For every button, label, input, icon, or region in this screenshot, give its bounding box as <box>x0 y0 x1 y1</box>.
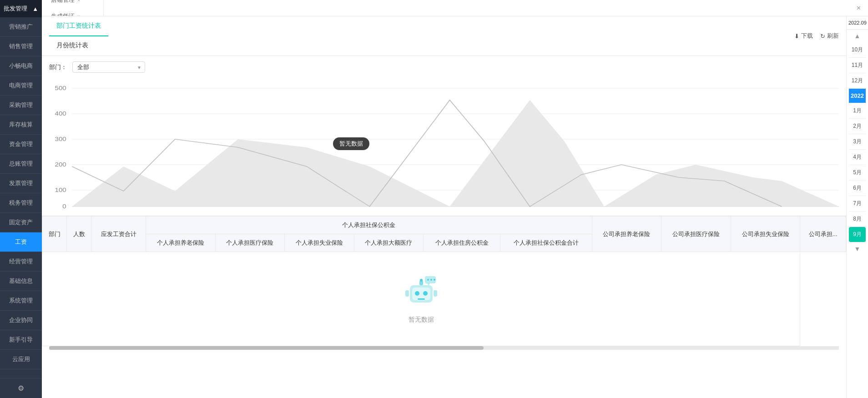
col-company-pension: 公司承担养老保险 <box>592 217 661 252</box>
date-item-10月[interactable]: 10月 <box>849 42 866 58</box>
filter-label: 部门： <box>49 63 67 71</box>
sidebar: 批发管理 ▲ 营销推广销售管理小畅电商电商管理采购管理库存核算资金管理总账管理发… <box>0 0 42 398</box>
date-item-1月[interactable]: 1月 <box>849 103 866 119</box>
svg-rect-21 <box>434 290 437 297</box>
sidebar-nav: 营销推广销售管理小畅电商电商管理采购管理库存核算资金管理总账管理发票管理税务管理… <box>0 17 42 369</box>
refresh-button[interactable]: ↻ 刷新 <box>820 32 839 40</box>
date-panel-nav-down[interactable]: ▼ <box>847 242 868 255</box>
col-personal-medical: 个人承担医疗保险 <box>215 234 285 252</box>
date-item-7月[interactable]: 7月 <box>849 196 866 212</box>
date-item-2022[interactable]: 2022 <box>849 89 866 103</box>
svg-rect-20 <box>405 290 409 297</box>
settings-icon: ⚙ <box>18 384 24 392</box>
sidebar-settings[interactable]: ⚙ <box>0 378 42 398</box>
no-data-label: 暂无数据 <box>409 316 434 324</box>
sidebar-item-工资[interactable]: 工资 <box>0 232 42 252</box>
sidebar-item-基础信息[interactable]: 基础信息 <box>0 272 42 291</box>
col-company-other: 公司承担... <box>800 217 846 252</box>
sidebar-item-系统管理[interactable]: 系统管理 <box>0 291 42 311</box>
tab-店铺管理[interactable]: 店铺管理× <box>45 0 104 8</box>
date-item-12月[interactable]: 12月 <box>849 73 866 89</box>
department-select[interactable]: 全部 <box>72 61 145 73</box>
svg-point-26 <box>434 279 435 281</box>
tab-list: 首页门店商品目录×销售单×店铺管理×生成凭证×应收应付调整单×工资表×工资统计报… <box>45 0 104 16</box>
sidebar-header[interactable]: 批发管理 ▲ <box>0 0 42 17</box>
svg-rect-14 <box>412 287 430 300</box>
sub-tab-月份统计表[interactable]: 月份统计表 <box>49 36 108 56</box>
svg-rect-17 <box>418 298 425 300</box>
col-headcount: 人数 <box>67 217 91 252</box>
sidebar-item-新手引导[interactable]: 新手引导 <box>0 330 42 350</box>
date-panel-nav-up[interactable]: ▲ <box>847 30 868 42</box>
sidebar-item-资金管理[interactable]: 资金管理 <box>0 135 42 154</box>
col-personal-total: 个人承担社保公积金合计 <box>500 234 592 252</box>
page-body: 部门工资统计表月份统计表 ⬇ 下载 ↻ 刷新 部门： 全 <box>42 16 846 398</box>
date-panel: 2022.09 ▲ 10月11月12月20221月2月3月4月5月6月7月8月9… <box>846 16 868 398</box>
sidebar-item-企业协同[interactable]: 企业协同 <box>0 311 42 330</box>
salary-table: 部门 人数 应发工资合计 个人承担社保公积金 公司承担养老保险 公司承担医疗保险… <box>42 216 846 346</box>
refresh-icon: ↻ <box>820 33 825 40</box>
date-item-9月[interactable]: 9月 <box>849 227 866 242</box>
svg-point-25 <box>430 279 432 281</box>
col-personal-large-medical: 个人承担大额医疗 <box>354 234 424 252</box>
chart-area: 500 400 300 200 100 0 <box>42 78 846 216</box>
sidebar-item-营销推广[interactable]: 营销推广 <box>0 17 42 37</box>
no-data-icon <box>403 274 439 310</box>
table-scrollbar-thumb[interactable] <box>49 346 484 350</box>
sub-tab-list: 部门工资统计表月份统计表 <box>49 16 108 55</box>
date-item-3月[interactable]: 3月 <box>849 134 866 150</box>
sidebar-item-税务管理[interactable]: 税务管理 <box>0 193 42 213</box>
col-personal-unemployment: 个人承担失业保险 <box>285 234 354 252</box>
table-area: 部门 人数 应发工资合计 个人承担社保公积金 公司承担养老保险 公司承担医疗保险… <box>42 216 846 398</box>
sidebar-item-库存核算[interactable]: 库存核算 <box>0 115 42 135</box>
content-area: 部门工资统计表月份统计表 ⬇ 下载 ↻ 刷新 部门： 全 <box>42 16 868 398</box>
col-personal-insurance-group: 个人承担社保公积金 <box>146 217 592 234</box>
svg-text:400: 400 <box>55 111 67 116</box>
svg-point-19 <box>420 279 423 282</box>
sub-tab-actions: ⬇ 下载 ↻ 刷新 <box>794 32 839 40</box>
sidebar-item-云应用[interactable]: 云应用 <box>0 350 42 369</box>
sidebar-title: 批发管理 <box>4 5 27 13</box>
date-panel-header: 2022.09 <box>847 16 868 30</box>
tab-close-店铺管理[interactable]: × <box>77 0 80 3</box>
line-chart: 500 400 300 200 100 0 <box>49 82 839 214</box>
download-button[interactable]: ⬇ 下载 <box>794 32 813 40</box>
download-icon: ⬇ <box>794 33 799 40</box>
svg-text:300: 300 <box>55 136 67 142</box>
table-scrollbar-track[interactable] <box>49 346 839 350</box>
sub-tab-部门工资统计表[interactable]: 部门工资统计表 <box>49 16 108 36</box>
date-item-2月[interactable]: 2月 <box>849 119 866 134</box>
main-content: 首页门店商品目录×销售单×店铺管理×生成凭证×应收应付调整单×工资表×工资统计报… <box>42 0 868 398</box>
date-item-5月[interactable]: 5月 <box>849 165 866 181</box>
date-item-8月[interactable]: 8月 <box>849 212 866 227</box>
no-data-cell: 暂无数据 <box>42 252 800 346</box>
sidebar-item-电商管理[interactable]: 电商管理 <box>0 76 42 96</box>
filter-bar: 部门： 全部 <box>42 56 846 78</box>
tab-生成凭证[interactable]: 生成凭证× <box>45 8 104 17</box>
sidebar-item-经营管理[interactable]: 经营管理 <box>0 252 42 272</box>
sidebar-item-采购管理[interactable]: 采购管理 <box>0 96 42 115</box>
sidebar-item-销售管理[interactable]: 销售管理 <box>0 37 42 56</box>
sidebar-toggle-icon: ▲ <box>32 5 38 12</box>
svg-text:200: 200 <box>55 161 67 167</box>
svg-marker-12 <box>72 100 839 207</box>
date-item-11月[interactable]: 11月 <box>849 58 866 73</box>
close-all-tabs-button[interactable]: × <box>853 4 864 12</box>
sidebar-item-发票管理[interactable]: 发票管理 <box>0 174 42 193</box>
department-select-wrapper[interactable]: 全部 <box>72 61 145 73</box>
no-data-container: 暂无数据 <box>46 256 796 342</box>
svg-text:500: 500 <box>55 85 67 91</box>
col-company-medical: 公司承担医疗保险 <box>661 217 731 252</box>
svg-point-15 <box>415 291 419 296</box>
sub-tab-bar: 部门工资统计表月份统计表 ⬇ 下载 ↻ 刷新 <box>42 16 846 56</box>
svg-point-16 <box>423 291 428 296</box>
svg-text:0: 0 <box>62 203 66 209</box>
svg-point-24 <box>427 279 429 281</box>
sidebar-item-小畅电商[interactable]: 小畅电商 <box>0 56 42 76</box>
col-personal-housing: 个人承担住房公积金 <box>424 234 500 252</box>
date-item-6月[interactable]: 6月 <box>849 181 866 196</box>
sidebar-item-总账管理[interactable]: 总账管理 <box>0 154 42 174</box>
col-company-unemployment: 公司承担失业保险 <box>731 217 800 252</box>
sidebar-item-固定资产[interactable]: 固定资产 <box>0 213 42 232</box>
date-item-4月[interactable]: 4月 <box>849 150 866 165</box>
